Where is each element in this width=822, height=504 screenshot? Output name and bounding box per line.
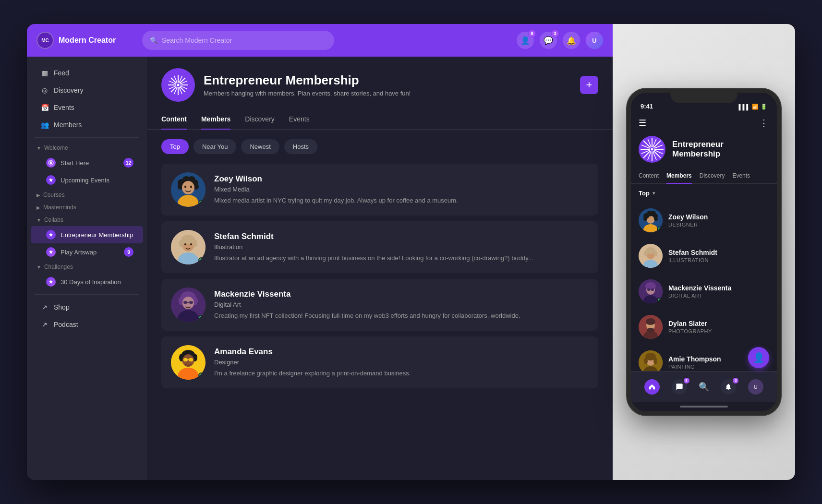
svg-point-20 (182, 181, 194, 194)
sidebar-item-events[interactable]: 📅 Events (31, 99, 143, 116)
filter-hosts[interactable]: Hosts (284, 139, 317, 154)
svg-rect-82 (651, 288, 654, 291)
member-card[interactable]: Mackenzie Vissenta Digital Art Creating … (161, 279, 598, 331)
member-card[interactable]: Amanda Evans Designer I'm a freelance gr… (161, 336, 598, 388)
phone-filter-label[interactable]: Top (639, 190, 650, 197)
phone-bottom-bar: 8 🔍 3 U (631, 371, 777, 402)
add-button[interactable]: + (580, 76, 598, 94)
brand: MC Modern Creator (36, 32, 133, 49)
phone-tab-content[interactable]: Content (639, 168, 659, 184)
hamburger-icon[interactable]: ☰ (639, 118, 646, 128)
community-logo (161, 68, 195, 102)
section-challenges-label: Challenges (44, 264, 73, 270)
sidebar-label-podcast: Podcast (54, 321, 78, 328)
phone-bottom-home[interactable] (644, 379, 660, 395)
community-name: Entrepreneur Membership (204, 73, 571, 88)
member-role: Designer (214, 359, 589, 366)
section-collabs[interactable]: ▼ Collabs (27, 214, 147, 226)
phone-member-role: DIGITAL ART (668, 293, 769, 299)
member-card[interactable]: Stefan Schmidt Illustration Illustrator … (161, 221, 598, 273)
svg-rect-49 (183, 358, 188, 361)
svg-point-87 (646, 318, 655, 325)
section-welcome[interactable]: ▼ Welcome (27, 142, 147, 154)
phone-member-info: Zoey Wilson DESIGNER (668, 213, 769, 228)
sidebar-label-events: Events (54, 104, 74, 111)
play-artswap-icon (46, 247, 56, 257)
phone-tab-members[interactable]: Members (666, 168, 692, 184)
phone-bottom-messages[interactable]: 8 (672, 379, 687, 395)
tab-discovery[interactable]: Discovery (245, 109, 274, 130)
sidebar-item-play-artswap[interactable]: Play Artswap 9 (31, 243, 143, 261)
discovery-icon: ◎ (40, 86, 49, 94)
phone-bottom-search[interactable]: 🔍 (699, 382, 709, 392)
phone-community-name-block: Entrepreneur Membership (672, 140, 724, 159)
svg-point-30 (184, 243, 186, 245)
top-navbar: MC Modern Creator 🔍 👤 8 💬 3 🔔 (27, 24, 613, 57)
phone-community-logo (639, 136, 665, 163)
notifications-button[interactable]: 🔔 (563, 32, 580, 49)
member-bio: Illustrator at an ad agency with a thriv… (214, 253, 589, 263)
tab-events[interactable]: Events (289, 109, 310, 130)
phone-bottom-notifications[interactable]: 3 (721, 379, 736, 395)
phone-mockup: 9:41 ▌▌▌ 📶 🔋 ☰ ⋮ (613, 24, 795, 480)
brand-name: Modern Creator (59, 36, 116, 45)
tab-members[interactable]: Members (201, 109, 230, 130)
messages-badge: 8 (683, 377, 690, 384)
messages-button[interactable]: 💬 3 (540, 32, 557, 49)
member-avatar-zoey (171, 172, 206, 207)
phone-bottom-avatar[interactable]: U (748, 379, 763, 395)
member-bio: I'm a freelance graphic designer explori… (214, 369, 589, 378)
desktop-app: MC Modern Creator 🔍 👤 8 💬 3 🔔 (27, 24, 613, 480)
phone-member-item[interactable]: Mackenzie Vissenta DIGITAL ART (631, 274, 777, 309)
phone-member-item[interactable]: Stefan Schmidt ILLUSTRATION (631, 238, 777, 274)
sidebar-item-discovery[interactable]: ◎ Discovery (31, 82, 143, 99)
community-tagline: Members hanging with members. Plan event… (204, 90, 571, 97)
phone-member-item[interactable]: Dylan Slater PHOTOGRAPHY (631, 309, 777, 345)
member-card[interactable]: Zoey Wilson Mixed Media Mixed media arti… (161, 164, 598, 216)
user-avatar[interactable]: U (586, 32, 603, 49)
brand-logo: MC (36, 32, 54, 49)
phone-home-indicator (631, 402, 777, 411)
sidebar-item-entrepreneur[interactable]: Entrepreneur Membership (31, 226, 143, 243)
sidebar-item-feed[interactable]: ▦ Feed (31, 64, 143, 82)
sidebar-item-upcoming-events[interactable]: Upcoming Events (31, 171, 143, 189)
sidebar-divider-1 (35, 137, 139, 138)
sidebar-label-shop: Shop (54, 303, 70, 311)
phone-member-role: DESIGNER (668, 222, 769, 228)
svg-point-75 (644, 251, 648, 256)
section-courses[interactable]: ▶ Courses (27, 189, 147, 201)
filter-dropdown-icon[interactable]: ▾ (653, 190, 655, 196)
more-options-icon[interactable]: ⋮ (760, 118, 769, 128)
30-days-icon (46, 277, 56, 287)
user-avatar-icon: U (748, 379, 763, 395)
filter-newest[interactable]: Newest (241, 139, 279, 154)
online-dot (198, 200, 204, 205)
app-container: MC Modern Creator 🔍 👤 8 💬 3 🔔 (27, 24, 795, 480)
sidebar-item-shop[interactable]: ↗ Shop (31, 299, 143, 316)
svg-point-31 (190, 243, 192, 245)
phone-tab-events[interactable]: Events (732, 168, 750, 184)
phone-notch (670, 93, 737, 103)
tab-content[interactable]: Content (161, 109, 187, 130)
section-challenges[interactable]: ▼ Challenges (27, 261, 147, 273)
phone-member-item[interactable]: Zoey Wilson DESIGNER (631, 203, 777, 238)
connections-button[interactable]: 👤 8 (517, 32, 534, 49)
notifications-badge: 3 (732, 377, 739, 384)
phone-member-avatar-stefan (639, 244, 663, 268)
battery-icon: 🔋 (761, 104, 767, 110)
sidebar-item-podcast[interactable]: ↗ Podcast (31, 316, 143, 333)
search-bar[interactable]: 🔍 (142, 31, 334, 50)
search-input[interactable] (162, 36, 326, 44)
sidebar-item-30-days[interactable]: 30 Days of Inspiration (31, 273, 143, 290)
filter-near-you[interactable]: Near You (193, 139, 237, 154)
section-masterminds[interactable]: ▶ Masterminds (27, 201, 147, 214)
sidebar-item-members[interactable]: 👥 Members (31, 116, 143, 133)
filter-top[interactable]: Top (161, 139, 189, 154)
phone-tab-discovery[interactable]: Discovery (700, 168, 725, 184)
sidebar-label-discovery: Discovery (54, 86, 83, 94)
sidebar-divider-2 (35, 294, 139, 295)
phone-fab-button[interactable]: 👤 (748, 347, 769, 368)
phone-member-info: Stefan Schmidt ILLUSTRATION (668, 249, 769, 263)
sidebar-label-play-artswap: Play Artswap (60, 249, 97, 256)
sidebar-item-start-here[interactable]: Start Here 12 (31, 154, 143, 171)
